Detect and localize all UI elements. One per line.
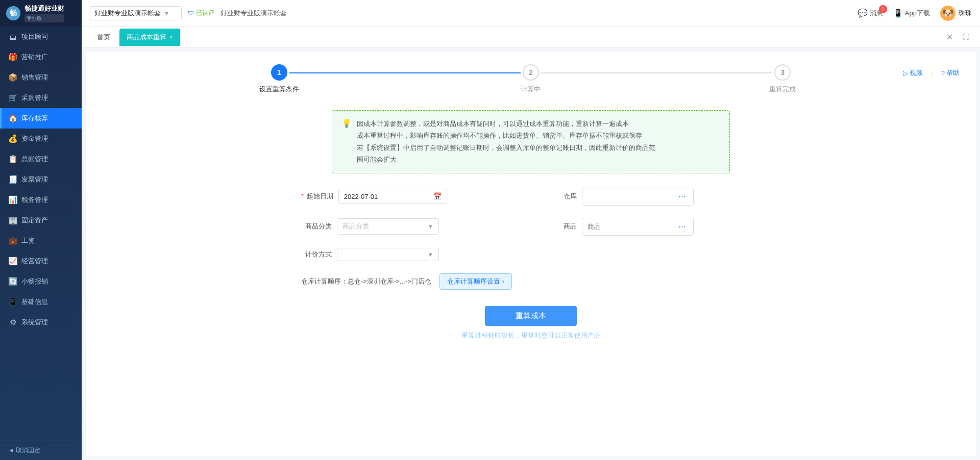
sidebar-item-sales[interactable]: 📦 销售管理 xyxy=(0,67,82,88)
pricing-dropdown-icon: ▼ xyxy=(428,251,433,258)
inventory-icon: 🏠 xyxy=(8,114,17,123)
sidebar-unpin-button[interactable]: ◄ 取消固定 xyxy=(0,441,82,460)
tax-icon: 📊 xyxy=(8,195,17,205)
tab-recalc[interactable]: 商品成本重算 × xyxy=(119,29,180,46)
pricing-select[interactable]: ▼ xyxy=(337,248,439,261)
start-date-group: * 起始日期 📅 xyxy=(301,189,516,204)
sidebar-item-system[interactable]: ⚙ 系统管理 xyxy=(0,312,82,333)
app-logo-text: 畅捷通好业财 专业版 xyxy=(24,4,64,22)
recalc-section: 重算成本 重算过程耗时较长，重算时您可以正常使用产品 xyxy=(301,306,761,340)
tab-close-icon[interactable]: × xyxy=(169,34,173,40)
sidebar-item-accounting[interactable]: 📋 总账管理 xyxy=(0,149,82,169)
expand-window-button[interactable]: ⛶ xyxy=(960,31,972,43)
app-download-button[interactable]: 📱 App下载 xyxy=(893,9,930,18)
video-link[interactable]: ▷ 视频 xyxy=(903,68,923,78)
step-1: 1 设置重算条件 xyxy=(153,64,405,94)
operation-icon: 📈 xyxy=(8,257,17,266)
goods-more-icon[interactable]: ··· xyxy=(676,221,688,232)
sidebar-item-tax[interactable]: 📊 税务管理 xyxy=(0,190,82,210)
close-window-button[interactable]: ✕ xyxy=(943,31,955,43)
tab-home[interactable]: 首页 xyxy=(90,29,117,46)
form-section: * 起始日期 📅 仓库 ··· xyxy=(301,188,761,340)
pricing-group: 计价方式 ▼ xyxy=(301,248,516,261)
form-row-3: 计价方式 ▼ xyxy=(301,248,761,261)
sidebar: 畅 畅捷通好业财 专业版 🗂 项目顾问 🎁 营销推广 📦 销售管理 🛒 采购管理… xyxy=(0,0,82,460)
recalc-hint: 重算过程耗时较长，重算时您可以正常使用产品 xyxy=(461,331,601,340)
steps-actions: ▷ 视频 | ? 帮助 xyxy=(903,68,960,78)
chevron-right-icon: › xyxy=(502,277,504,285)
message-icon: 💬 xyxy=(857,8,868,18)
calendar-icon[interactable]: 📅 xyxy=(433,192,442,200)
avatar: 🐶 xyxy=(940,6,955,21)
goods-group: 商品 ··· xyxy=(546,218,761,236)
accounting-icon: 📋 xyxy=(8,155,17,164)
step-1-label: 设置重算条件 xyxy=(259,85,299,94)
sales-icon: 📦 xyxy=(8,73,17,82)
step-3-label: 重算完成 xyxy=(769,85,796,94)
step-1-circle: 1 xyxy=(271,64,287,81)
warehouse-input-wrapper[interactable]: ··· xyxy=(582,188,694,206)
notice-text: 因成本计算参数调整，或是对商品成本有疑问时，可以通过成本重算功能，重新计算一遍成… xyxy=(357,118,655,166)
purchase-icon: 🛒 xyxy=(8,93,17,103)
help-icon: ? xyxy=(941,69,945,77)
category-placeholder: 商品分类 xyxy=(342,222,369,231)
system-icon: ⚙ xyxy=(8,318,17,327)
shield-icon: 🛡 xyxy=(188,10,194,17)
play-icon: ▷ xyxy=(903,69,908,77)
account-selector[interactable]: 好业财专业版演示帐套 ▼ xyxy=(90,6,182,20)
sidebar-item-purchase[interactable]: 🛒 采购管理 xyxy=(0,88,82,108)
sidebar-item-invoice[interactable]: 🧾 发票管理 xyxy=(0,169,82,190)
page-content: 1 设置重算条件 2 计算中 3 重算完成 xyxy=(86,52,976,456)
phone-icon: 📱 xyxy=(893,9,903,18)
step-2: 2 计算中 xyxy=(405,64,656,94)
project-icon: 🗂 xyxy=(8,32,17,41)
main-panel: 好业财专业版演示帐套 ▼ 🛡 已认证 好业财专业版演示帐套 💬 消息 1 📱 A… xyxy=(82,0,980,460)
warehouse-more-icon[interactable]: ··· xyxy=(676,191,688,202)
start-date-input-wrapper[interactable]: 📅 xyxy=(338,189,447,204)
form-row-2: 商品分类 商品分类 ▼ 商品 ··· xyxy=(301,218,761,236)
category-select[interactable]: 商品分类 ▼ xyxy=(337,218,439,235)
sidebar-item-salary[interactable]: 💼 工资 xyxy=(0,231,82,251)
sidebar-item-marketing[interactable]: 🎁 营销推广 xyxy=(0,47,82,67)
warehouse-order-label: 仓库计算顺序：总仓->深圳仓库->...->门店仓 xyxy=(301,277,431,286)
warehouse-order-row: 仓库计算顺序：总仓->深圳仓库->...->门店仓 仓库计算顺序设置 › xyxy=(301,273,761,290)
expense-icon: 🔄 xyxy=(8,277,17,286)
warehouse-label: 仓库 xyxy=(546,192,577,201)
start-date-label: * 起始日期 xyxy=(301,192,333,201)
user-avatar-area[interactable]: 🐶 珠珠 xyxy=(940,6,972,21)
sidebar-item-basic[interactable]: 📱 基础信息 xyxy=(0,292,82,312)
sidebar-item-asset[interactable]: 🏢 固定资产 xyxy=(0,210,82,231)
recalc-button[interactable]: 重算成本 xyxy=(485,306,577,326)
sidebar-item-project[interactable]: 🗂 项目顾问 xyxy=(0,27,82,47)
goods-input-wrapper[interactable]: ··· xyxy=(582,218,694,236)
finance-icon: 💰 xyxy=(8,134,17,143)
header-actions: 💬 消息 1 📱 App下载 🐶 珠珠 xyxy=(857,6,972,21)
start-date-input[interactable] xyxy=(344,193,430,200)
warehouse-order-settings-button[interactable]: 仓库计算顺序设置 › xyxy=(439,273,512,290)
sidebar-item-operation[interactable]: 📈 经营管理 xyxy=(0,251,82,271)
window-controls: ✕ ⛶ xyxy=(943,31,972,43)
pricing-label: 计价方式 xyxy=(301,250,332,259)
goods-input[interactable] xyxy=(587,223,673,231)
basic-icon: 📱 xyxy=(8,297,17,306)
step-progress: 1 设置重算条件 2 计算中 3 重算完成 xyxy=(102,64,960,94)
app-logo-icon: 畅 xyxy=(6,6,20,20)
sidebar-logo: 畅 畅捷通好业财 专业版 xyxy=(0,0,82,27)
notice-box: 💡 因成本计算参数调整，或是对商品成本有疑问时，可以通过成本重算功能，重新计算一… xyxy=(332,110,730,173)
help-link[interactable]: ? 帮助 xyxy=(941,68,960,78)
notice-icon: 💡 xyxy=(341,118,352,128)
marketing-icon: 🎁 xyxy=(8,53,17,62)
sidebar-item-expense[interactable]: 🔄 小畅报销 xyxy=(0,271,82,292)
step-3-circle: 3 xyxy=(774,64,791,81)
step-2-circle: 2 xyxy=(523,64,539,81)
company-name: 好业财专业版演示帐套 xyxy=(220,9,287,18)
sidebar-item-inventory[interactable]: 🏠 库存核算 xyxy=(0,108,82,129)
username-label: 珠珠 xyxy=(959,9,972,18)
message-button[interactable]: 💬 消息 1 xyxy=(857,8,883,18)
step-2-label: 计算中 xyxy=(521,85,541,94)
sidebar-item-finance[interactable]: 💰 资金管理 xyxy=(0,129,82,149)
salary-icon: 💼 xyxy=(8,236,17,245)
category-dropdown-icon: ▼ xyxy=(428,223,433,229)
category-label: 商品分类 xyxy=(301,222,332,231)
warehouse-input[interactable] xyxy=(587,193,673,200)
